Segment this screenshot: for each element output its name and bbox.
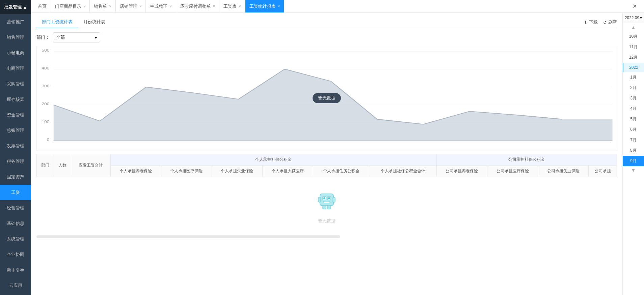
toolbar-actions: ⬇ 下载 ↺ 刷新 xyxy=(584,19,617,25)
tab-close-icon-active[interactable]: × xyxy=(278,4,280,8)
tab-close-icon[interactable]: × xyxy=(109,4,111,8)
sidebar-title: 批发管理 xyxy=(4,4,22,10)
month-item-12[interactable]: 12月 xyxy=(623,52,644,63)
sidebar-item-ecommerce-small[interactable]: 小畅电商 xyxy=(0,45,31,61)
empty-label: 暂无数据 xyxy=(318,218,336,224)
tab-sales[interactable]: 销售单 × xyxy=(90,0,115,13)
date-panel: 2022.09 ▾ ▲ 10月 11月 12月 2022 1月 2月 xyxy=(622,13,644,295)
sidebar-item-sales[interactable]: 销售管理 xyxy=(0,30,31,45)
date-scroll-down-button[interactable]: ▼ xyxy=(623,166,644,174)
tab-product-catalog[interactable]: 门店商品目录 × xyxy=(51,0,90,13)
tab-label: 工资表 xyxy=(223,3,237,9)
th-personal-housing: 个人承担住房公积金 xyxy=(313,166,369,177)
th-company-medical: 公司承担医疗保险 xyxy=(487,166,538,177)
tab-home[interactable]: 首页 xyxy=(34,0,51,13)
chart-no-data-badge: 暂无数据 xyxy=(313,93,341,103)
th-total-salary: 应发工资合计 xyxy=(71,154,110,177)
th-personal-total: 个人承担社保公积金合计 xyxy=(369,166,437,177)
sidebar-item-operations[interactable]: 经营管理 xyxy=(0,200,31,216)
month-item-2[interactable]: 2月 xyxy=(623,83,644,93)
tab-label: 工资统计报表 xyxy=(249,3,276,9)
tab-close-icon[interactable]: × xyxy=(139,4,141,8)
year-2022-item[interactable]: 2022 xyxy=(623,63,644,72)
sidebar-item-basic-info[interactable]: 基础信息 xyxy=(0,216,31,231)
th-dept: 部门 xyxy=(37,154,54,177)
tab-close-icon[interactable]: × xyxy=(83,4,85,8)
tab-adjustment[interactable]: 应收应付调整单 × xyxy=(176,0,219,13)
tab-label: 应收应付调整单 xyxy=(180,3,211,9)
sidebar-item-collab[interactable]: 企业协同 xyxy=(0,247,31,262)
tab-store[interactable]: 店铺管理 × xyxy=(116,0,146,13)
svg-rect-19 xyxy=(327,206,331,209)
month-item-11[interactable]: 11月 xyxy=(623,42,644,52)
tab-close-icon[interactable]: × xyxy=(239,4,241,8)
month-item-9[interactable]: 9月 xyxy=(623,156,644,166)
svg-point-20 xyxy=(323,197,325,199)
empty-state: 暂无数据 xyxy=(37,177,617,234)
sidebar-item-cloud[interactable]: 云应用 xyxy=(0,278,31,293)
date-scroll-up-button[interactable]: ▲ xyxy=(623,23,644,31)
sidebar-item-marketing[interactable]: 营销推广 xyxy=(0,14,31,30)
svg-text:200: 200 xyxy=(42,101,50,106)
refresh-icon: ↺ xyxy=(603,20,607,25)
month-item-4[interactable]: 4月 xyxy=(623,104,644,114)
month-item-10[interactable]: 10月 xyxy=(623,31,644,42)
window-close-button[interactable]: ✕ xyxy=(630,2,639,10)
sidebar-item-inventory[interactable]: 库存核算 xyxy=(0,92,31,107)
main-area: 首页 门店商品目录 × 销售单 × 店铺管理 × 生成凭证 × 应收应付调整单 … xyxy=(31,0,644,295)
tabs-bar-actions: ✕ xyxy=(630,2,641,10)
date-year-display[interactable]: 2022.09 ▾ xyxy=(623,13,644,23)
th-personal-major-medical: 个人承担大额医疗 xyxy=(262,166,313,177)
tab-close-icon[interactable]: × xyxy=(213,4,215,8)
sub-tab-monthly[interactable]: 月份统计表 xyxy=(78,17,111,28)
sidebar-item-salary[interactable]: 工资 xyxy=(0,185,31,200)
refresh-button[interactable]: ↺ 刷新 xyxy=(603,19,617,25)
table-row-empty: 暂无数据 xyxy=(37,177,617,234)
svg-text:100: 100 xyxy=(42,119,50,124)
sidebar-toggle-icon: ▲ xyxy=(23,5,27,10)
sidebar-item-system[interactable]: 系统管理 xyxy=(0,231,31,247)
dept-select[interactable]: 全部 ▾ xyxy=(53,32,100,42)
sidebar-settings[interactable]: ⚙ xyxy=(0,293,31,295)
tab-label: 店铺管理 xyxy=(120,3,137,9)
month-item-8[interactable]: 8月 xyxy=(623,145,644,156)
th-company-pension: 公司承担养老保险 xyxy=(436,166,487,177)
download-icon: ⬇ xyxy=(584,20,588,25)
th-personal-pension: 个人承担养老保险 xyxy=(110,166,161,177)
month-item-3[interactable]: 3月 xyxy=(623,93,644,104)
svg-point-21 xyxy=(328,197,330,199)
tab-close-icon[interactable]: × xyxy=(169,4,171,8)
tab-payroll-report[interactable]: 工资统计报表 × xyxy=(245,0,284,13)
table-wrap: 部门 人数 应发工资合计 个人承担社保公积金 公司承担社保公积金 个人承担养老保… xyxy=(36,154,617,291)
month-item-1[interactable]: 1月 xyxy=(623,72,644,83)
sub-tabs: 部门工资统计表 月份统计表 ⬇ 下载 ↺ 刷新 xyxy=(36,17,617,28)
sub-tab-dept[interactable]: 部门工资统计表 xyxy=(36,17,78,28)
download-button[interactable]: ⬇ 下载 xyxy=(584,19,598,25)
tab-voucher[interactable]: 生成凭证 × xyxy=(146,0,176,13)
sidebar-item-ecommerce[interactable]: 电商管理 xyxy=(0,61,31,76)
svg-rect-16 xyxy=(318,197,321,202)
th-personal-medical: 个人承担医疗保险 xyxy=(161,166,212,177)
tab-payroll[interactable]: 工资表 × xyxy=(219,0,245,13)
th-personal-unemploy: 个人承担失业保险 xyxy=(212,166,262,177)
tab-label: 门店商品目录 xyxy=(55,3,81,9)
chevron-down-icon: ▾ xyxy=(95,35,97,40)
sidebar-item-guide[interactable]: 新手引导 xyxy=(0,262,31,278)
month-item-7[interactable]: 7月 xyxy=(623,135,644,145)
sidebar-item-ledger[interactable]: 总账管理 xyxy=(0,123,31,138)
tabs-bar: 首页 门店商品目录 × 销售单 × 店铺管理 × 生成凭证 × 应收应付调整单 … xyxy=(31,0,644,13)
sidebar-item-assets[interactable]: 固定资产 xyxy=(0,169,31,185)
dept-filter-label: 部门： xyxy=(36,34,50,40)
sidebar-header[interactable]: 批发管理 ▲ xyxy=(0,0,31,14)
sidebar-item-tax[interactable]: 税务管理 xyxy=(0,154,31,169)
sidebar-item-finance[interactable]: 资金管理 xyxy=(0,107,31,123)
sidebar-item-invoice[interactable]: 发票管理 xyxy=(0,138,31,154)
horizontal-scrollbar[interactable] xyxy=(36,235,340,238)
svg-rect-12 xyxy=(320,194,333,206)
dept-select-value: 全部 xyxy=(56,34,65,40)
month-item-5[interactable]: 5月 xyxy=(623,114,644,124)
date-dropdown-icon: ▾ xyxy=(640,16,642,20)
sidebar-item-purchase[interactable]: 采购管理 xyxy=(0,76,31,92)
month-item-6[interactable]: 6月 xyxy=(623,124,644,135)
svg-text:0: 0 xyxy=(47,137,50,142)
